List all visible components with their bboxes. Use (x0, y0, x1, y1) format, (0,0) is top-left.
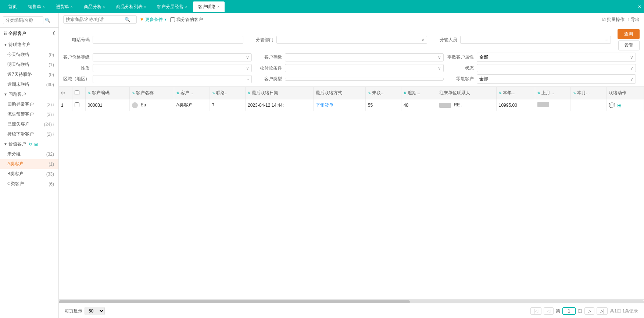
settings-icon[interactable]: ⚙ (61, 91, 65, 96)
row-qr-icon[interactable]: ⊞ (617, 102, 622, 108)
churn-warning-info-icon: ℹ (53, 112, 54, 116)
retail-select[interactable]: 全部 ∨ (477, 74, 636, 84)
value-add-icon[interactable]: ⊞ (34, 142, 38, 147)
sidebar-item-declining[interactable]: 持续下滑客户 (2) ℹ (0, 129, 58, 139)
next-page-button[interactable]: ▷ (584, 307, 594, 315)
person-select[interactable]: ··· (460, 36, 611, 44)
churned-info-icon: ℹ (53, 122, 54, 126)
col-name-header[interactable]: ⇅ 客户名称 (130, 87, 174, 99)
col-this-month-sort-icon: ⇅ (573, 91, 576, 95)
sidebar-item-tomorrow-pending[interactable]: 明天待联络 (1) (0, 60, 58, 70)
col-unit-contact-header[interactable]: 往来单位联系人 (437, 87, 497, 99)
last-page-button[interactable]: ▷| (597, 307, 608, 315)
sidebar-item-c-class[interactable]: C类客户 (6) (0, 179, 58, 189)
sidebar-item-7days-pending[interactable]: 近7天待联络 (0) (0, 70, 58, 80)
sidebar-item-churn-warning[interactable]: 流失预警客户 (3) ℹ (0, 109, 58, 119)
sidebar-item-ungrouped[interactable]: 未分组 (32) (0, 149, 58, 159)
last-method-link[interactable]: 下销货单 (316, 102, 333, 107)
filter-row-2: 客户价格等级 ∨ 客户等级 ∨ 零散客户属性 全部 (63, 53, 640, 62)
payment-select[interactable]: ∨ (285, 64, 444, 72)
dept-select[interactable]: ∨ (276, 36, 427, 44)
problem-arrow-icon: ▼ (4, 92, 7, 96)
horizontal-scrollbar[interactable] (59, 299, 644, 304)
col-code-header[interactable]: ⇅ 客户编码 (85, 87, 130, 99)
query-button[interactable]: 查询 (618, 29, 640, 39)
filter-buttons: 查询 设置 (615, 29, 640, 50)
nav-tab-analysis-close[interactable]: × (103, 5, 105, 9)
sidebar-item-today-pending[interactable]: 今天待联络 (0) (0, 50, 58, 60)
customer-grade-select[interactable]: ∨ (285, 53, 444, 61)
row-message-icon[interactable]: 💬 (609, 102, 615, 108)
region-select[interactable]: ··· (93, 75, 252, 83)
first-page-button[interactable]: |◁ (530, 307, 541, 315)
col-last-date-header[interactable]: ⇅ 最后联络日期 (246, 87, 314, 99)
person-ellipsis-icon: ··· (605, 37, 608, 42)
page-size-select[interactable]: 50 100 200 (85, 307, 105, 315)
nature-select[interactable]: ∨ (93, 64, 252, 72)
sidebar-search-input[interactable] (3, 16, 43, 24)
nav-tab-purchase[interactable]: 进货单 × (51, 1, 78, 12)
sidebar-item-repurchase-abnormal[interactable]: 回购异常客户 (2) ℹ (0, 99, 58, 109)
status-select[interactable]: ∨ (477, 64, 636, 72)
setting-button[interactable]: 设置 (618, 40, 640, 50)
col-checkbox-header[interactable] (72, 87, 85, 99)
scrollbar-thumb[interactable] (59, 300, 410, 303)
col-no-contact-header[interactable]: ⇅ 未联... (365, 87, 401, 99)
sidebar-search-icon[interactable]: 🔍 (45, 18, 50, 23)
window-close-button[interactable]: × (638, 4, 641, 10)
price-grade-select[interactable]: ∨ (93, 53, 252, 61)
all-customers-label[interactable]: 全部客户 (8, 31, 50, 37)
more-filter-button[interactable]: ▼ 更多条件 ▼ (140, 17, 167, 23)
nav-tab-sales-close[interactable]: × (43, 5, 45, 9)
col-contact-header[interactable]: ⇅ 联络... (210, 87, 245, 99)
sidebar-collapse-icon[interactable]: 《 (50, 31, 55, 37)
nav-tab-analysis[interactable]: 商品分析 × (79, 1, 110, 12)
toolbar-search-icon[interactable]: 🔍 (125, 17, 130, 22)
today-pending-count: (0) (49, 52, 54, 57)
my-customers-checkbox-label[interactable]: 我分管的客户 (170, 17, 203, 23)
col-last-month-header[interactable]: ⇅ 上月... (535, 87, 570, 99)
nav-tab-analysis-list[interactable]: 商品分析列表 × (111, 1, 151, 12)
nav-tab-customer-contact[interactable]: 客户联络 × (193, 1, 225, 12)
filter-status: 状态 ∨ (447, 64, 640, 72)
nav-tab-customer-mgmt-close[interactable]: × (185, 5, 187, 9)
select-all-checkbox[interactable] (75, 90, 79, 95)
col-last-month-sort-icon: ⇅ (537, 91, 540, 95)
nav-tab-purchase-close[interactable]: × (71, 5, 73, 9)
nav-tab-analysis-list-close[interactable]: × (144, 5, 146, 9)
batch-operation-button[interactable]: ☑ 批量操作 (602, 17, 625, 23)
col-this-year-header[interactable]: ⇅ 本年... (496, 87, 535, 99)
sidebar-item-overdue-pending[interactable]: 逾期未联络 (30) (0, 80, 58, 89)
phone-input[interactable] (93, 36, 243, 44)
retail-attr-select[interactable]: 全部 ∨ (477, 53, 636, 62)
row-checkbox[interactable] (75, 102, 79, 107)
col-settings[interactable]: ⚙ (59, 87, 72, 99)
value-refresh-icon[interactable]: ↻ (29, 142, 32, 147)
row-this-month (571, 99, 607, 111)
nav-home[interactable]: 首页 (3, 1, 22, 12)
col-overdue-header[interactable]: ⇅ 逾期... (401, 87, 437, 99)
col-this-month-header[interactable]: ⇅ 本月... (571, 87, 607, 99)
sidebar-item-churned[interactable]: 已流失客户 (24) ℹ (0, 119, 58, 129)
row-last-month (535, 99, 570, 111)
current-page-input[interactable] (562, 307, 576, 315)
nav-tab-sales[interactable]: 销售单 × (23, 1, 50, 12)
row-last-method[interactable]: 下销货单 (314, 99, 366, 111)
overdue-pending-label: 逾期未联络 (7, 81, 46, 88)
prev-page-button[interactable]: ◁ (544, 307, 554, 315)
nav-tab-customer-mgmt[interactable]: 客户分层经营 × (152, 1, 192, 12)
sidebar-item-a-class[interactable]: A类客户 (1) (0, 159, 58, 169)
toolbar-search-input[interactable] (66, 17, 125, 22)
customer-type-select[interactable] (285, 78, 444, 81)
col-last-method-header[interactable]: 最后联络方式 (314, 87, 366, 99)
sidebar-item-b-class[interactable]: B类客户 (33) (0, 169, 58, 179)
nav-tab-customer-contact-close[interactable]: × (217, 5, 219, 9)
dept-chevron-icon: ∨ (421, 37, 425, 42)
col-category-header[interactable]: ⇅ 客户... (174, 87, 210, 99)
col-overdue-label: 逾期... (408, 90, 420, 95)
export-label: 导出 (631, 17, 640, 23)
my-customers-checkbox[interactable] (170, 17, 175, 22)
row-checkbox-cell[interactable] (72, 99, 85, 111)
col-action-header: 联络动作 (607, 87, 644, 99)
export-button[interactable]: ↑ 导出 (627, 17, 640, 23)
